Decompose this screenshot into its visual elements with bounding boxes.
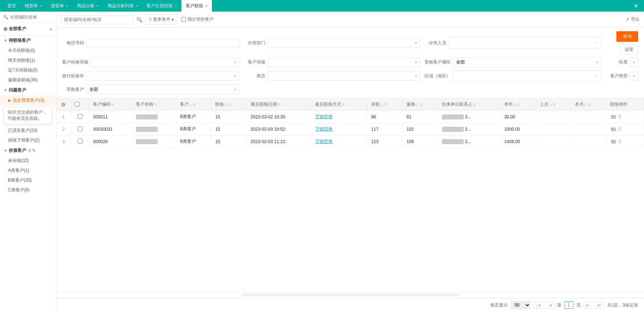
zero-attr-select[interactable]: 全部 ▾ [453, 57, 601, 67]
row-select-checkbox-0[interactable] [78, 114, 82, 119]
prev-page-button[interactable]: ◀ [546, 301, 554, 309]
action-more-icon-0[interactable]: ⠿ [618, 114, 621, 120]
sidebar-item-declining-label: 持续下滑客户(2) [8, 138, 40, 143]
th-type[interactable]: 客户... ⇅ [176, 98, 212, 111]
action-contact-icon-2[interactable]: ☎ [610, 139, 616, 145]
region-dots-icon[interactable]: ··· [592, 72, 598, 80]
tab-customer-tier[interactable]: 客户分层经营 × [142, 0, 181, 12]
row-actions-0: ☎ ⠿ [606, 111, 644, 123]
price-grade-select[interactable]: ▾ [90, 58, 239, 67]
sidebar-item-a-class[interactable]: A类客户(1) [0, 166, 56, 175]
sidebar-group-pending[interactable]: ▼ 待联络客户 [0, 35, 56, 46]
sidebar-item-declining[interactable]: 持续下滑客户(2) [0, 135, 56, 145]
th-uncontacted[interactable]: 未联... ⇅ [367, 98, 403, 111]
home-tab[interactable]: 首页 [3, 0, 20, 12]
row-checkbox-0[interactable] [71, 111, 89, 123]
sidebar-group-problem[interactable]: ▼ 问题客户 [0, 85, 56, 96]
th-last-month[interactable]: 上月... ⇅ [536, 98, 571, 111]
th-contact-person[interactable]: 往来单位联系人 ⇅ [438, 98, 500, 111]
query-button[interactable]: 查询 [616, 31, 638, 42]
th-code[interactable]: 客户编码 ⇅ [89, 98, 132, 111]
search-input[interactable] [61, 15, 133, 24]
tab-sales[interactable]: 销货单 × [20, 0, 47, 12]
dept-select[interactable]: ▾ [267, 38, 420, 48]
customer-grade-select[interactable]: ▾ [267, 58, 420, 67]
th-last-contact-date[interactable]: 最后联络日期 ⇅ [247, 98, 311, 111]
sidebar-item-c-class[interactable]: C类客户(6) [0, 185, 56, 195]
phone-input[interactable] [86, 39, 239, 47]
sidebar-all-customers[interactable]: ⊞ 全部客户 « [0, 23, 56, 35]
tab-customer-contact[interactable]: 客户联络 × [181, 0, 212, 12]
sidebar-item-tomorrow[interactable]: 明天待联络(1) [0, 56, 56, 65]
action-more-icon-1[interactable]: ⠿ [618, 126, 621, 132]
more-conditions-button[interactable]: ▽ 更多条件 ▾ [145, 15, 177, 24]
sidebar-item-churn-warning[interactable]: 流失预警客户(3) [0, 96, 56, 105]
th-overdue[interactable]: 逾期... ⇅ [403, 98, 438, 111]
row-last-method-0[interactable]: 下销货单 [311, 111, 367, 123]
th-this-year[interactable]: 本年... ⇅ [500, 98, 536, 111]
tab-purchase-close-icon[interactable]: × [66, 4, 68, 8]
action-contact-icon-0[interactable]: ☎ [610, 114, 616, 120]
tab-goods-list-close-icon[interactable]: × [136, 4, 138, 8]
refresh-icon[interactable]: ↺ [28, 148, 31, 153]
sidebar-item-overdue-contact[interactable]: 逾期未联络(30) [0, 75, 56, 85]
search-button[interactable]: 🔍 [136, 17, 142, 23]
action-more-icon-2[interactable]: ⠿ [618, 139, 621, 145]
nature-select[interactable]: ▾ [630, 58, 638, 67]
last-method-link-2[interactable]: 下销货单 [315, 139, 333, 144]
status-select[interactable]: ▾ [267, 71, 420, 81]
export-button[interactable]: ↗ 导出 [626, 16, 640, 23]
my-customers-check[interactable]: 我分管的客户 [181, 16, 214, 23]
export-label: 导出 [631, 16, 640, 23]
customer-type-select[interactable]: ▾ [630, 71, 638, 81]
tab-customer-tier-close-icon[interactable]: × [175, 4, 177, 8]
my-customers-checkbox[interactable] [181, 17, 186, 22]
person-dots-icon[interactable]: ··· [592, 39, 598, 47]
select-all-checkbox[interactable] [75, 102, 80, 106]
tab-goods-analysis[interactable]: 商品分析 × [73, 0, 103, 12]
row-select-checkbox-1[interactable] [78, 126, 82, 131]
th-this-month[interactable]: 本月... ⇅ [571, 98, 606, 111]
edit-icon[interactable]: ✎ [32, 148, 36, 153]
tab-customer-contact-close-icon[interactable]: × [205, 4, 208, 8]
zero-customer-select[interactable]: 全部 ▾ [86, 85, 239, 94]
tab-purchase[interactable]: 进货单 × [47, 0, 73, 12]
column-settings-icon[interactable]: ⚙ [61, 102, 66, 108]
region-select[interactable]: ··· [453, 70, 601, 82]
last-method-link-0[interactable]: 下销货单 [315, 114, 333, 119]
last-method-link-1[interactable]: 下销货单 [315, 126, 333, 131]
collapse-icon[interactable]: « [49, 26, 52, 32]
th-last-contact-method[interactable]: 最后联络方式 ⇅ [311, 98, 367, 111]
row-checkbox-1[interactable] [71, 123, 89, 135]
tab-sales-close-icon[interactable]: × [40, 4, 42, 8]
tab-goods-analysis-close-icon[interactable]: × [97, 4, 99, 8]
action-contact-icon-1[interactable]: ☎ [610, 126, 616, 132]
last-page-button[interactable]: ▶| [595, 301, 604, 309]
window-close-button[interactable]: ✕ [631, 3, 641, 9]
tab-goods-list[interactable]: 商品分析列表 × [103, 0, 142, 12]
th-name[interactable]: 客户名称 ⇅ [132, 98, 176, 111]
person-select[interactable]: ··· [448, 37, 601, 49]
th-settings[interactable]: ⚙ [56, 98, 71, 111]
sidebar-item-today-label: 今天待联络(0) [8, 48, 35, 53]
row-select-checkbox-2[interactable] [78, 139, 82, 143]
settings-button[interactable]: 设置 [620, 45, 638, 54]
sidebar-group-value[interactable]: ▼ 价值客户 ↺ ✎ [0, 145, 56, 156]
next-page-button[interactable]: ▶ [584, 301, 592, 309]
row-last-method-1[interactable]: 下销货单 [311, 123, 367, 135]
first-page-button[interactable]: |◀ [534, 301, 543, 309]
row-last-method-2[interactable]: 下销货单 [311, 135, 367, 148]
th-contact-count[interactable]: 联络... ⇅ [212, 98, 247, 111]
payment-select[interactable]: ▾ [86, 71, 239, 81]
horizontal-scrollbar[interactable] [56, 292, 644, 298]
sort-icon-uncontacted: ⇅ [384, 103, 387, 106]
sidebar-item-7days[interactable]: 近7天待联络(0) [0, 65, 56, 75]
sidebar-item-today[interactable]: 今天待联络(0) [0, 46, 56, 56]
sidebar-item-ungrouped[interactable]: 未分组(32) [0, 156, 56, 166]
sidebar-item-churned[interactable]: 已流失客户(24) [0, 126, 56, 135]
sidebar-item-b-class[interactable]: B类客户(33) [0, 175, 56, 185]
per-page-select[interactable]: 50 100 200 [511, 301, 531, 309]
filter-icon: ▽ [149, 17, 152, 22]
sidebar-search-input[interactable] [10, 15, 53, 20]
row-checkbox-2[interactable] [71, 135, 89, 148]
